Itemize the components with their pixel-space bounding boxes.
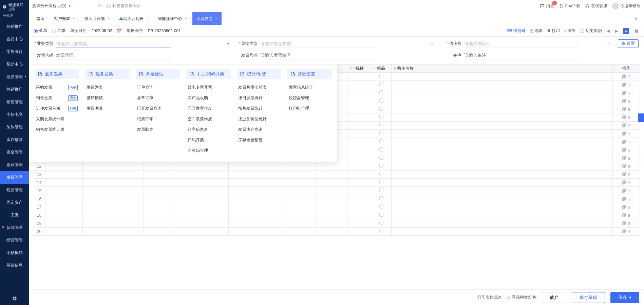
close-all-tabs[interactable]: ✕ [632, 16, 641, 21]
sidebar-item[interactable]: 固定资产 [0, 196, 29, 209]
sidebar-item[interactable]: 基础信息 [0, 259, 29, 272]
promo-link[interactable]: 我要看实例演示 [106, 3, 141, 9]
sidebar-item[interactable]: 税务管理 [0, 184, 29, 196]
sidebar-item[interactable]: 零售统计 [0, 46, 29, 58]
remark-input[interactable] [464, 51, 580, 59]
row-copy-icon[interactable]: 🗐 [622, 197, 626, 201]
mega-menu-item[interactable]: 采购发票历史 [35, 82, 79, 93]
settings-button[interactable]: ⚙设置 [618, 39, 639, 48]
mega-menu-item[interactable]: 农产品收购 [186, 93, 231, 103]
column-header[interactable]: 赠品 [371, 65, 392, 73]
close-icon[interactable]: ✕ [184, 12, 187, 25]
row-add-icon[interactable]: ⊕ [627, 107, 631, 112]
gift-checkbox[interactable] [379, 180, 383, 184]
prev-doc[interactable]: ◀ [606, 29, 610, 33]
side-drawer-handle[interactable] [638, 113, 644, 122]
view-list[interactable]: ≣ [623, 28, 629, 34]
user-menu[interactable]: 徐溢华修改 [612, 3, 641, 10]
history-link[interactable]: 🕘历史单据 [580, 28, 602, 34]
row-copy-icon[interactable]: 🗐 [622, 83, 626, 87]
save-draft-button[interactable]: 保存草稿 [572, 292, 605, 303]
mega-menu-item[interactable]: 发票列表 [85, 82, 130, 93]
sidebar-item[interactable]: 帮助中心 [0, 58, 29, 71]
invoice-no-input[interactable] [260, 51, 376, 59]
ops-link[interactable]: ≡操作 [564, 28, 575, 34]
gift-checkbox[interactable] [379, 74, 383, 78]
mega-menu-item[interactable]: 已开发票作废 [186, 103, 231, 114]
gift-checkbox[interactable] [379, 107, 383, 111]
radio-blue[interactable]: 蓝单 [34, 28, 47, 34]
flow-settings[interactable] [97, 3, 102, 9]
gift-checkbox[interactable] [379, 188, 383, 192]
close-icon[interactable]: ✕ [146, 12, 148, 25]
row-copy-icon[interactable]: 🗐 [622, 131, 626, 136]
row-add-icon[interactable]: ⊕ [627, 229, 631, 234]
sidebar-item[interactable]: 资金管理 [0, 146, 29, 159]
column-header[interactable]: 暗主名称 [392, 65, 613, 73]
next-doc[interactable]: ▶ [614, 29, 619, 33]
mega-menu-item[interactable]: 发票月度汇总表 [237, 82, 281, 93]
tab[interactable]: 供应商账本✕ [80, 12, 114, 25]
tab[interactable]: 首页 [32, 12, 49, 25]
row-copy-icon[interactable]: 🗐 [622, 213, 626, 218]
tab[interactable]: 智能凭证中心✕ [154, 12, 191, 25]
row-add-icon[interactable]: ⊕ [627, 189, 631, 193]
row-copy-icon[interactable]: 🗐 [622, 148, 626, 152]
row-add-icon[interactable]: ⊕ [627, 148, 631, 152]
row-copy-icon[interactable]: 🗐 [622, 229, 626, 234]
sidebar-item[interactable]: 总账管理 [0, 159, 29, 171]
mega-menu-item[interactable]: 采购发票统计表 [35, 114, 79, 124]
mega-menu-item[interactable]: 扫码开票 [186, 135, 231, 145]
gift-checkbox[interactable] [379, 172, 383, 176]
table-row[interactable]: 19🗐⊕ [33, 219, 640, 228]
tab[interactable]: 客户账本✕ [50, 12, 79, 25]
invoice-type-select[interactable] [260, 40, 376, 48]
gift-checkbox[interactable] [379, 131, 383, 135]
mega-menu-item[interactable]: 进项发票勾稽列表 [35, 103, 79, 114]
hotkey-link[interactable]: ⌨快捷键 [507, 28, 526, 34]
radio-red[interactable]: 红单 [52, 28, 65, 34]
row-copy-icon[interactable]: 🗐 [622, 91, 626, 95]
sidebar-item[interactable]: 营销推广 [0, 20, 29, 33]
gift-checkbox[interactable] [379, 196, 383, 200]
supplier-more[interactable]: ⋯ [605, 41, 615, 46]
view-grid[interactable]: ▦ [633, 28, 639, 34]
close-icon[interactable]: ✕ [107, 12, 110, 25]
mega-menu-item[interactable]: 打印机管理 [287, 103, 332, 114]
row-copy-icon[interactable]: 🗐 [622, 74, 626, 79]
table-row[interactable]: 12🗐⊕ [33, 162, 640, 171]
date-value[interactable]: 2023-06-02 [91, 29, 112, 33]
select-doc-link[interactable]: ◰选单 [530, 28, 543, 34]
mega-menu-item[interactable]: 发票库存查询 [237, 124, 281, 135]
mega-menu-item[interactable]: 税控盘管理 [287, 93, 332, 103]
gift-checkbox[interactable] [379, 213, 383, 217]
row-copy-icon[interactable]: 🗐 [622, 107, 626, 112]
row-add-icon[interactable]: ⊕ [627, 213, 631, 218]
gift-checkbox[interactable] [379, 123, 383, 127]
gift-checkbox[interactable] [379, 221, 383, 225]
row-add-icon[interactable]: ⊕ [627, 221, 631, 226]
row-copy-icon[interactable]: 🗐 [622, 172, 626, 177]
table-row[interactable]: 17🗐⊕ [33, 203, 640, 211]
table-row[interactable]: 20🗐⊕ [33, 228, 640, 236]
table-row[interactable]: 14🗐⊕ [33, 179, 640, 187]
sidebar-item[interactable]: 发票管理 [0, 171, 29, 184]
row-add-icon[interactable]: ⊕ [627, 164, 631, 169]
table-row[interactable]: 15🗐⊕ [33, 187, 640, 195]
mega-menu-item[interactable]: 红字信息表 [186, 124, 231, 135]
discard-button[interactable]: 放弃 [542, 292, 566, 303]
mega-menu-item[interactable]: 进销稽核 [85, 93, 130, 103]
close-icon[interactable]: ✕ [215, 12, 217, 25]
gift-checkbox[interactable] [379, 90, 383, 94]
row-add-icon[interactable]: ⊕ [627, 91, 631, 95]
invoice-code-input[interactable] [56, 51, 171, 59]
row-add-icon[interactable]: ⊕ [627, 197, 631, 201]
row-add-icon[interactable]: ⊕ [627, 83, 631, 87]
sidebar-settings[interactable] [0, 293, 29, 305]
gift-checkbox[interactable] [379, 139, 383, 143]
row-add-icon[interactable]: ⊕ [627, 205, 631, 210]
print-link[interactable]: 🖶打印 [547, 28, 560, 34]
row-copy-icon[interactable]: 🗐 [622, 156, 626, 161]
gift-checkbox[interactable] [379, 147, 383, 151]
row-copy-icon[interactable]: 🗐 [622, 180, 626, 185]
